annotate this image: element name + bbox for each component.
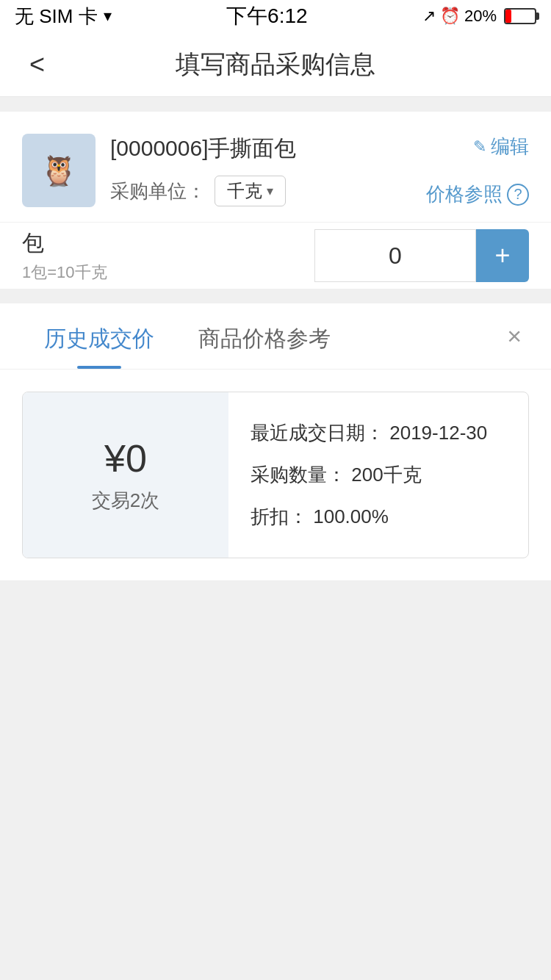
product-card: 🦉 [0000006]手撕面包 采购单位： 千克 ▾ ✎ 编辑 <box>0 112 551 222</box>
quantity-label: 包 1包=10千克 <box>22 228 107 284</box>
battery-icon <box>501 8 536 24</box>
history-details-section: 最近成交日期： 2019-12-30 采购数量： 200千克 折扣： 100.0… <box>228 392 528 558</box>
product-header: 🦉 [0000006]手撕面包 采购单位： 千克 ▾ ✎ 编辑 <box>22 134 529 207</box>
quantity-input[interactable]: 0 <box>314 229 476 282</box>
purchase-unit-label: 采购单位： <box>110 179 206 204</box>
nav-bar: < 填写商品采购信息 <box>0 32 551 97</box>
edit-button[interactable]: ✎ 编辑 <box>473 134 529 159</box>
tab-product-price-ref[interactable]: 商品价格参考 <box>176 303 353 369</box>
edit-label: 编辑 <box>491 134 529 159</box>
history-price-value: ¥0 <box>104 436 147 480</box>
tabs-left: 历史成交价 商品价格参考 <box>22 303 353 369</box>
help-icon: ? <box>507 184 529 206</box>
quantity-value-text: 200千克 <box>351 464 421 486</box>
date-value: 2019-12-30 <box>389 422 487 444</box>
location-icon: ↗ <box>422 7 436 26</box>
unit-selector[interactable]: 千克 ▾ <box>215 176 286 206</box>
unit-dropdown-icon: ▾ <box>267 183 273 199</box>
history-quantity-row: 采购数量： 200千克 <box>251 461 506 489</box>
history-price-section: ¥0 交易2次 <box>23 392 228 558</box>
product-actions: ✎ 编辑 价格参照 ? <box>426 134 529 207</box>
status-left: 无 SIM 卡 ▾ <box>15 4 112 29</box>
price-ref-button[interactable]: 价格参照 ? <box>426 181 529 207</box>
quantity-control: 0 + <box>314 229 529 282</box>
time-display: 下午6:12 <box>226 2 308 30</box>
unit-value: 千克 <box>227 179 262 203</box>
quantity-value: 0 <box>389 242 402 270</box>
history-date-row: 最近成交日期： 2019-12-30 <box>251 419 506 447</box>
discount-value: 100.00% <box>313 505 389 527</box>
product-unit-row: 采购单位： 千克 ▾ <box>110 176 296 206</box>
product-left: 🦉 [0000006]手撕面包 采购单位： 千克 ▾ <box>22 134 296 207</box>
history-content: ¥0 交易2次 最近成交日期： 2019-12-30 采购数量： 200千克 折… <box>0 370 551 580</box>
alarm-icon: ⏰ <box>440 7 460 26</box>
date-label: 最近成交日期： <box>251 422 384 444</box>
product-info: [0000006]手撕面包 采购单位： 千克 ▾ <box>110 134 296 206</box>
discount-label: 折扣： <box>251 505 308 527</box>
wifi-icon: ▾ <box>104 7 112 26</box>
status-bar: 无 SIM 卡 ▾ 下午6:12 ↗ ⏰ 20% <box>0 0 551 32</box>
history-trade-count: 交易2次 <box>92 488 159 514</box>
back-button[interactable]: < <box>22 42 52 87</box>
battery-percent: 20% <box>464 7 497 26</box>
product-logo-icon: 🦉 <box>40 154 77 188</box>
product-name: [0000006]手撕面包 <box>110 134 296 164</box>
page-title: 填写商品采购信息 <box>176 48 375 82</box>
unit-hint: 1包=10千克 <box>22 262 107 284</box>
main-content: 🦉 [0000006]手撕面包 采购单位： 千克 ▾ ✎ 编辑 <box>0 112 551 980</box>
quantity-row: 包 1包=10千克 0 + <box>0 223 551 289</box>
tab-history-price[interactable]: 历史成交价 <box>22 303 176 369</box>
tabs-container: 历史成交价 商品价格参考 × <box>0 303 551 370</box>
carrier-text: 无 SIM 卡 <box>15 4 98 29</box>
separator <box>0 289 551 303</box>
quantity-plus-button[interactable]: + <box>476 229 529 282</box>
quantity-label-text: 采购数量： <box>251 464 346 486</box>
unit-name: 包 <box>22 228 107 259</box>
product-image: 🦉 <box>22 134 96 207</box>
history-card: ¥0 交易2次 最近成交日期： 2019-12-30 采购数量： 200千克 折… <box>22 392 529 558</box>
history-discount-row: 折扣： 100.00% <box>251 502 506 531</box>
status-right: ↗ ⏰ 20% <box>422 7 536 26</box>
edit-icon: ✎ <box>473 137 486 156</box>
price-ref-label: 价格参照 <box>426 181 503 207</box>
tab-close-button[interactable]: × <box>500 314 529 358</box>
